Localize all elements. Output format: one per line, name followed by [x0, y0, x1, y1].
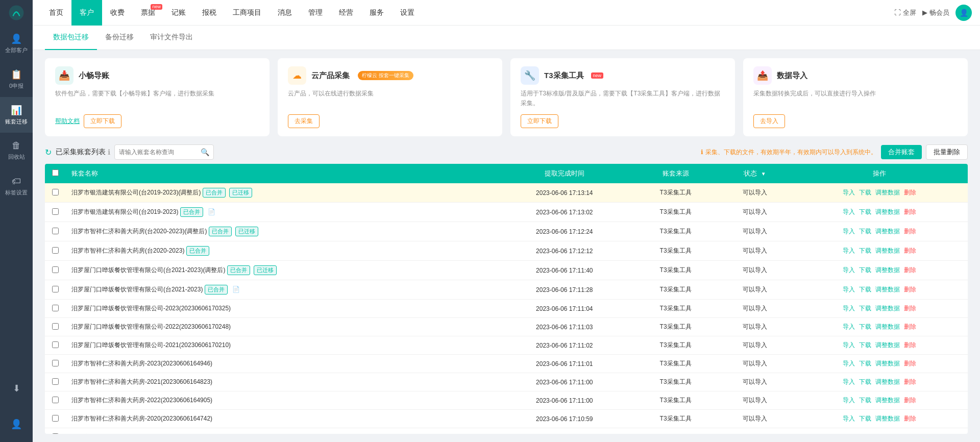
- row-checkbox-cell[interactable]: [45, 222, 65, 241]
- row-checkbox[interactable]: [52, 305, 59, 311]
- row-checkbox[interactable]: [52, 433, 59, 434]
- action-调整数据[interactable]: 调整数据: [875, 415, 900, 422]
- nav-invoice[interactable]: 票据 new: [133, 0, 163, 26]
- action-下载[interactable]: 下载: [859, 305, 871, 312]
- row-checkbox[interactable]: [52, 247, 59, 254]
- action-调整数据[interactable]: 调整数据: [875, 208, 900, 215]
- row-checkbox-cell[interactable]: [45, 183, 65, 203]
- bulk-delete-button[interactable]: 批量删除: [926, 144, 968, 160]
- nav-business[interactable]: 工商项目: [225, 0, 270, 26]
- nav-bookkeeping[interactable]: 记账: [163, 0, 194, 26]
- action-删除[interactable]: 删除: [904, 415, 916, 422]
- action-调整数据[interactable]: 调整数据: [875, 266, 900, 274]
- action-删除[interactable]: 删除: [904, 247, 916, 254]
- action-删除[interactable]: 删除: [904, 323, 916, 330]
- row-checkbox-cell[interactable]: [45, 300, 65, 318]
- app-logo[interactable]: [0, 0, 33, 26]
- action-调整数据[interactable]: 调整数据: [875, 305, 900, 312]
- tab-data-migrate[interactable]: 数据包迁移: [45, 26, 97, 50]
- nav-operation[interactable]: 经营: [331, 0, 361, 26]
- nav-fee[interactable]: 收费: [102, 0, 133, 26]
- action-删除[interactable]: 删除: [904, 208, 916, 215]
- action-删除[interactable]: 删除: [904, 305, 916, 312]
- action-下载[interactable]: 下载: [859, 228, 871, 235]
- action-下载[interactable]: 下载: [859, 247, 871, 254]
- action-导入[interactable]: 导入: [843, 208, 855, 215]
- action-下载[interactable]: 下载: [859, 286, 871, 293]
- search-input[interactable]: [119, 149, 201, 156]
- row-checkbox-cell[interactable]: [45, 261, 65, 280]
- action-删除[interactable]: 删除: [904, 189, 916, 196]
- row-checkbox[interactable]: [52, 378, 59, 385]
- action-下载[interactable]: 下载: [859, 415, 871, 422]
- action-下载[interactable]: 下载: [859, 208, 871, 215]
- row-checkbox-cell[interactable]: [45, 280, 65, 300]
- row-checkbox[interactable]: [52, 208, 59, 215]
- tab-audit-export[interactable]: 审计文件导出: [142, 26, 201, 50]
- th-status[interactable]: 状态 ▼: [719, 164, 791, 183]
- action-下载[interactable]: 下载: [859, 323, 871, 330]
- row-checkbox-cell[interactable]: [45, 355, 65, 373]
- download-now-button[interactable]: 立即下载: [84, 114, 121, 128]
- row-checkbox-cell[interactable]: [45, 241, 65, 261]
- go-import-button[interactable]: 去导入: [753, 114, 785, 128]
- sidebar-item-user-profile[interactable]: 👤: [0, 406, 33, 442]
- action-调整数据[interactable]: 调整数据: [875, 360, 900, 367]
- fullscreen-button[interactable]: ⛶ 全屏: [894, 8, 916, 17]
- action-删除[interactable]: 删除: [904, 286, 916, 293]
- action-导入[interactable]: 导入: [843, 266, 855, 274]
- action-删除[interactable]: 删除: [904, 228, 916, 235]
- action-调整数据[interactable]: 调整数据: [875, 189, 900, 196]
- action-调整数据[interactable]: 调整数据: [875, 341, 900, 349]
- sidebar-item-account-migrate[interactable]: 📊 账套迁移: [0, 97, 33, 133]
- sidebar-item-tag-settings[interactable]: 🏷 标签设置: [0, 168, 33, 204]
- action-调整数据[interactable]: 调整数据: [875, 397, 900, 404]
- row-checkbox-cell[interactable]: [45, 373, 65, 391]
- row-checkbox[interactable]: [52, 286, 59, 292]
- action-下载[interactable]: 下载: [859, 378, 871, 385]
- action-导入[interactable]: 导入: [843, 228, 855, 235]
- action-导入[interactable]: 导入: [843, 341, 855, 349]
- row-checkbox[interactable]: [52, 360, 59, 366]
- action-调整数据[interactable]: 调整数据: [875, 378, 900, 385]
- tab-backup-migrate[interactable]: 备份迁移: [97, 26, 142, 50]
- row-checkbox[interactable]: [52, 397, 59, 403]
- action-下载[interactable]: 下载: [859, 266, 871, 274]
- action-导入[interactable]: 导入: [843, 433, 855, 434]
- nav-tax[interactable]: 报税: [194, 0, 225, 26]
- row-checkbox[interactable]: [52, 228, 59, 234]
- go-collect-button[interactable]: 去采集: [288, 114, 320, 128]
- nav-message[interactable]: 消息: [270, 0, 300, 26]
- nav-service[interactable]: 服务: [361, 0, 392, 26]
- row-checkbox-cell[interactable]: [45, 318, 65, 336]
- row-checkbox-cell[interactable]: [45, 428, 65, 434]
- row-checkbox[interactable]: [52, 341, 59, 348]
- action-导入[interactable]: 导入: [843, 286, 855, 293]
- sidebar-item-recycle[interactable]: 🗑 回收站: [0, 133, 33, 168]
- action-调整数据[interactable]: 调整数据: [875, 433, 900, 434]
- action-删除[interactable]: 删除: [904, 378, 916, 385]
- row-checkbox[interactable]: [52, 266, 59, 273]
- nav-settings[interactable]: 设置: [392, 0, 423, 26]
- nav-client[interactable]: 客户: [71, 0, 102, 26]
- action-调整数据[interactable]: 调整数据: [875, 247, 900, 254]
- refresh-icon[interactable]: ↻: [45, 148, 52, 157]
- action-下载[interactable]: 下载: [859, 397, 871, 404]
- action-导入[interactable]: 导入: [843, 378, 855, 385]
- action-下载[interactable]: 下载: [859, 189, 871, 196]
- action-删除[interactable]: 删除: [904, 341, 916, 349]
- action-下载[interactable]: 下载: [859, 360, 871, 367]
- merge-account-button[interactable]: 合并账套: [881, 145, 922, 159]
- row-checkbox-cell[interactable]: [45, 391, 65, 410]
- row-checkbox-cell[interactable]: [45, 410, 65, 428]
- action-导入[interactable]: 导入: [843, 360, 855, 367]
- row-checkbox-cell[interactable]: [45, 336, 65, 355]
- avatar[interactable]: 👤: [955, 5, 972, 21]
- action-删除[interactable]: 删除: [904, 433, 916, 434]
- action-导入[interactable]: 导入: [843, 397, 855, 404]
- action-调整数据[interactable]: 调整数据: [875, 286, 900, 293]
- sidebar-item-all-clients[interactable]: 👤 全部客户: [0, 26, 33, 61]
- action-调整数据[interactable]: 调整数据: [875, 228, 900, 235]
- search-icon[interactable]: 🔍: [201, 148, 209, 156]
- sidebar-item-download[interactable]: ⬇: [0, 371, 33, 406]
